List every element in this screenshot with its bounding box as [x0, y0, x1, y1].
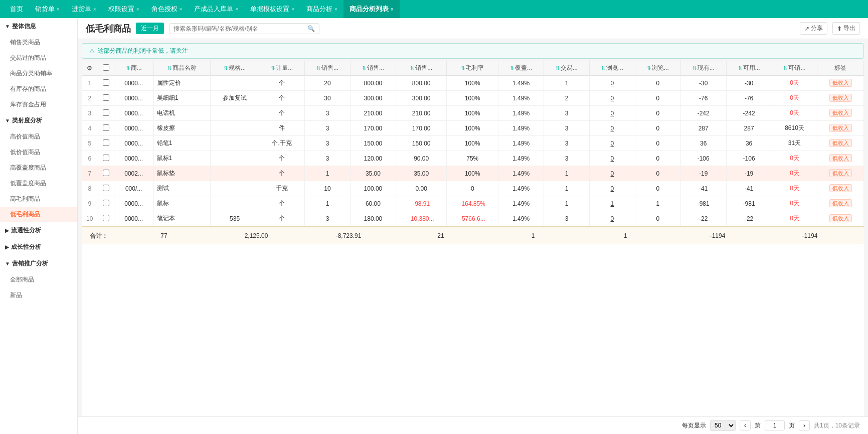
sidebar-group-marketing-title[interactable]: ▼ 营销推广分析 [0, 255, 77, 272]
cell-browse1[interactable]: 0 [589, 121, 635, 136]
nav-product-analysis-list[interactable]: 商品分析列表 × [343, 0, 400, 18]
nav-sales-order[interactable]: 销货单 × [29, 0, 66, 18]
sidebar-item-high-margin[interactable]: 高毛利商品 [0, 191, 77, 207]
cell-checkbox[interactable] [98, 151, 114, 166]
col-sale-amount[interactable]: ⇅ 销售... [396, 61, 447, 76]
close-product-entry[interactable]: × [235, 7, 238, 12]
cell-checkbox[interactable] [98, 181, 114, 196]
col-tag[interactable]: 标签 [817, 61, 864, 76]
settings-icon[interactable]: ⚙ [87, 65, 92, 72]
nav-role-auth[interactable]: 角色授权 × [145, 0, 189, 18]
row-checkbox[interactable] [103, 94, 109, 101]
per-page-select[interactable]: 50 100 200 [710, 420, 736, 431]
select-all-checkbox[interactable] [103, 64, 109, 71]
col-unit[interactable]: ⇅ 计量... [259, 61, 305, 76]
row-checkbox[interactable] [103, 170, 109, 176]
sidebar-item-low-coverage[interactable]: 低覆盖度商品 [0, 176, 77, 191]
nav-product-analysis[interactable]: 商品分析 × [300, 0, 343, 18]
nav-product-entry[interactable]: 产成品入库单 × [188, 0, 244, 18]
col-name[interactable]: ⇅ 商品名称 [153, 61, 210, 76]
col-browse2[interactable]: ⇅ 浏览... [635, 61, 680, 76]
col-saleable[interactable]: ⇅ 可销... [772, 61, 817, 76]
row-checkbox[interactable] [103, 109, 109, 116]
sort-icon-13[interactable]: ⇅ [692, 65, 697, 71]
sort-icon-11[interactable]: ⇅ [601, 65, 605, 71]
sidebar-item-category-sales-rate[interactable]: 商品分类助销率 [0, 66, 77, 81]
col-browse1[interactable]: ⇅ 浏览... [589, 61, 635, 76]
current-page-input[interactable] [765, 420, 785, 430]
sidebar-item-low-value[interactable]: 低价值商品 [0, 144, 77, 160]
sidebar-group-growth-title[interactable]: ▶ 成长性分析 [0, 239, 77, 255]
cell-browse1[interactable]: 0 [589, 151, 635, 166]
row-checkbox[interactable] [103, 200, 109, 206]
row-checkbox[interactable] [103, 124, 109, 131]
row-checkbox[interactable] [103, 185, 109, 191]
close-role-auth[interactable]: × [180, 7, 183, 12]
col-gross-rate[interactable]: ⇅ 毛利率 [447, 61, 498, 76]
cell-checkbox[interactable] [98, 76, 114, 91]
sort-icon-9[interactable]: ⇅ [510, 65, 514, 71]
cell-browse1[interactable]: 0 [589, 136, 635, 151]
cell-browse1[interactable]: 0 [589, 91, 635, 106]
sort-icon[interactable]: ⇅ [126, 65, 130, 71]
col-code[interactable]: ⇅ 商... [114, 61, 153, 76]
sort-icon-2[interactable]: ⇅ [167, 65, 171, 71]
sidebar-item-stock-capital[interactable]: 库存资金占用 [0, 97, 77, 112]
share-button[interactable]: ↗ 分享 [800, 22, 827, 35]
prev-page-button[interactable]: ‹ [740, 420, 751, 430]
sidebar-item-low-margin[interactable]: 低毛利商品 [0, 207, 77, 222]
next-page-button[interactable]: › [799, 420, 810, 430]
sort-icon-15[interactable]: ⇅ [783, 65, 787, 71]
search-icon[interactable]: 🔍 [307, 25, 315, 32]
cell-browse1[interactable]: 0 [589, 106, 635, 121]
cell-browse1[interactable]: 1 [589, 196, 635, 211]
sort-icon-4[interactable]: ⇅ [271, 65, 275, 71]
cell-checkbox[interactable] [98, 166, 114, 181]
search-input[interactable] [173, 25, 305, 32]
sort-icon-10[interactable]: ⇅ [556, 65, 560, 71]
cell-browse1[interactable]: 0 [589, 166, 635, 181]
close-purchase-order[interactable]: × [93, 7, 96, 12]
cell-browse1[interactable]: 0 [589, 211, 635, 226]
cell-checkbox[interactable] [98, 136, 114, 151]
row-checkbox[interactable] [103, 155, 109, 161]
close-product-analysis-list[interactable]: × [391, 7, 394, 12]
export-button[interactable]: ⬆ 导出 [832, 22, 860, 35]
row-checkbox[interactable] [103, 139, 109, 146]
sort-icon-12[interactable]: ⇅ [647, 65, 651, 71]
col-current-stock[interactable]: ⇅ 现有... [680, 61, 726, 76]
cell-browse1[interactable]: 0 [589, 181, 635, 196]
close-sales-order[interactable]: × [57, 7, 60, 12]
sidebar-item-new-products[interactable]: 新品 [0, 287, 77, 303]
col-sale-count[interactable]: ⇅ 销售... [305, 61, 351, 76]
sidebar-item-high-value[interactable]: 高价值商品 [0, 129, 77, 144]
nav-permissions[interactable]: 权限设置 × [102, 0, 145, 18]
sidebar-group-overall-title[interactable]: ▼ 整体信息 [0, 18, 77, 35]
cell-checkbox[interactable] [98, 106, 114, 121]
close-product-analysis[interactable]: × [334, 7, 337, 12]
row-checkbox[interactable] [103, 79, 109, 86]
sidebar-group-dimension-title[interactable]: ▼ 类射度分析 [0, 112, 77, 129]
sidebar-group-circulation-title[interactable]: ▶ 流通性分析 [0, 222, 77, 239]
col-sale-price[interactable]: ⇅ 销售... [351, 61, 396, 76]
nav-purchase-order[interactable]: 进货单 × [66, 0, 102, 18]
sidebar-item-traded-products[interactable]: 交易过的商品 [0, 50, 77, 66]
col-spec[interactable]: ⇅ 规格... [210, 61, 259, 76]
cell-checkbox[interactable] [98, 121, 114, 136]
sidebar-collapse-btn[interactable]: 《 [77, 226, 78, 236]
col-settings[interactable]: ⚙ [82, 61, 98, 76]
sidebar-item-high-coverage[interactable]: 高覆盖度商品 [0, 160, 77, 176]
close-permissions[interactable]: × [136, 7, 139, 12]
nav-home[interactable]: 首页 [4, 0, 29, 18]
sort-icon-7[interactable]: ⇅ [410, 65, 414, 71]
sort-icon-5[interactable]: ⇅ [316, 65, 320, 71]
data-table-container[interactable]: ⚙ ⇅ 商... ⇅ 商品名称 ⇅ 规格... [82, 61, 864, 416]
period-button[interactable]: 近一月 [136, 23, 164, 34]
sidebar-item-all-products[interactable]: 全部商品 [0, 272, 77, 287]
row-checkbox[interactable] [103, 215, 109, 221]
cell-checkbox[interactable] [98, 196, 114, 211]
col-coverage[interactable]: ⇅ 覆盖... [498, 61, 544, 76]
cell-browse1[interactable]: 0 [589, 76, 635, 91]
sidebar-item-in-stock-products[interactable]: 有库存的商品 [0, 81, 77, 97]
sidebar-item-sales-products[interactable]: 销售类商品 [0, 35, 77, 50]
